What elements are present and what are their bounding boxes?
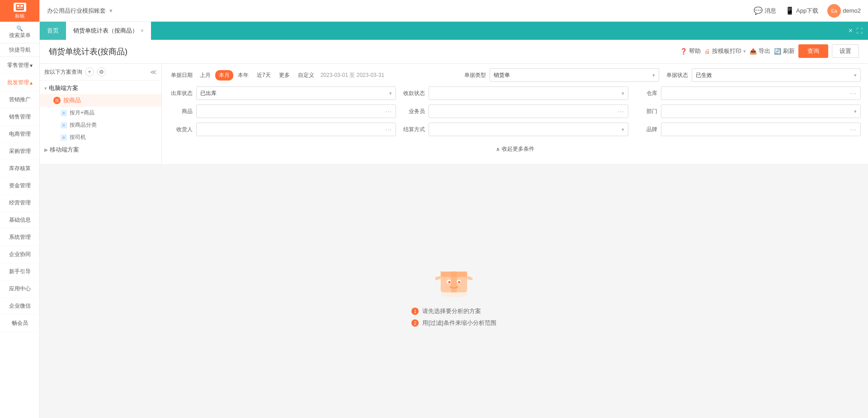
collection-control[interactable]: ▾ — [429, 86, 628, 100]
sidebar-item-ecommerce[interactable]: 电商管理 — [0, 126, 39, 143]
doctype-control[interactable]: 销货单 ▾ — [490, 68, 659, 82]
app-download-btn[interactable]: 📱 App下载 — [785, 6, 818, 15]
scheme-item-by-month-product[interactable]: ≡ 按月+商品 — [40, 107, 161, 119]
settlement-control[interactable]: ▾ — [429, 123, 628, 136]
print-label: 按模板打印 — [712, 47, 741, 55]
category-arrow-pc: ▾ — [44, 86, 47, 91]
filter-row-2: 出库状态 已出库 ▾ 收款状态 ▾ 仓库 — [169, 86, 861, 100]
scheme-item-by-driver[interactable]: ≡ 按司机 — [40, 131, 161, 143]
sidebar-item-retail[interactable]: 零售管理 ▾ — [0, 57, 39, 74]
brand-control[interactable]: ··· — [661, 123, 861, 136]
sidebar-item-wechat[interactable]: 企业微信 — [0, 298, 39, 315]
search-icon: 🔍 — [16, 25, 23, 32]
step-num-1: 1 — [411, 308, 419, 315]
scheme-category-pc[interactable]: ▾ 电脑端方案 — [40, 82, 161, 94]
export-icon: 📤 — [750, 48, 757, 55]
tab-bar: 首页 销货单统计表（按商品） × × ⛶ — [40, 22, 868, 40]
filter-panel: 单据日期 上月 本月 本年 近7天 更多 自定义 2023-03-01 至 20… — [162, 64, 868, 164]
docstatus-control[interactable]: 已生效 ▾ — [692, 68, 861, 82]
warehouse-label: 仓库 — [634, 90, 661, 97]
tab-bar-actions: × ⛶ — [843, 22, 868, 40]
department-arrow-icon: ▾ — [854, 109, 857, 114]
sidebar-item-marketing[interactable]: 营销推广 — [0, 91, 39, 109]
recipient-dots-icon: ··· — [385, 126, 392, 133]
filter-doctype-field: 单据类型 销货单 ▾ — [462, 68, 659, 82]
sidebar-item-wholesale[interactable]: 批发管理 ▴ — [0, 74, 39, 91]
message-icon: 💬 — [754, 6, 763, 15]
sidebar-item-inventory[interactable]: 库存核算 — [0, 160, 39, 177]
sidebar-item-member[interactable]: 畅会员 — [0, 315, 39, 332]
filter-row-1: 单据日期 上月 本月 本年 近7天 更多 自定义 2023-03-01 至 20… — [169, 68, 861, 82]
filter-recipient-field: 收货人 ··· — [169, 123, 396, 136]
sidebar-item-finance[interactable]: 资金管理 — [0, 177, 39, 195]
help-btn[interactable]: ❓ 帮助 — [680, 47, 701, 55]
tab-close-icon[interactable]: × — [141, 28, 144, 34]
recipient-control[interactable]: ··· — [196, 123, 396, 136]
date-tab-custom[interactable]: 自定义 — [294, 70, 318, 81]
close-tab-btn[interactable]: × — [849, 27, 853, 35]
outstatus-label: 出库状态 — [169, 90, 196, 97]
tab-home-label: 首页 — [47, 27, 59, 35]
scheme-item-by-category-label: 按商品分类 — [70, 121, 97, 129]
sidebar-item-appstore[interactable]: 应用中心 — [0, 280, 39, 298]
scheme-item-by-month-product-label: 按月+商品 — [70, 109, 94, 117]
scheme-settings-btn[interactable]: ⚙ — [97, 67, 106, 76]
scheme-category-mobile[interactable]: ▶ 移动端方案 — [40, 143, 161, 156]
tab-sales-stats[interactable]: 销货单统计表（按商品） × — [66, 22, 151, 40]
tab-home[interactable]: 首页 — [40, 22, 66, 40]
mobile-arrow: ▶ — [44, 147, 48, 153]
collapse-filter-btn[interactable]: ∧ 收起更多条件 — [496, 142, 534, 156]
brand-dots-icon: ··· — [850, 126, 857, 133]
scheme-add-btn[interactable]: + — [85, 67, 94, 76]
refresh-btn[interactable]: 🔄 刷新 — [774, 47, 795, 55]
date-tab-current-month[interactable]: 本月 — [215, 70, 233, 81]
refresh-label: 刷新 — [783, 47, 795, 55]
marketing-label: 营销推广 — [9, 96, 31, 104]
sidebar-quick-nav[interactable]: 快捷导航 — [0, 43, 39, 57]
date-tab-last-month[interactable]: 上月 — [196, 70, 214, 81]
sidebar: 标账 🔍 搜索菜单 快捷导航 零售管理 ▾ 批发管理 ▴ 营销推广 销售管理 电… — [0, 0, 40, 418]
svg-rect-14 — [451, 271, 457, 293]
filter-salesman-field: 业务员 ··· — [401, 104, 628, 118]
top-header-left: 办公用品行业模拟账套 ▾ — [47, 7, 113, 15]
empty-illustration — [431, 255, 476, 300]
sidebar-item-operations[interactable]: 经营管理 — [0, 195, 39, 212]
app-logo-text: 标账 — [15, 13, 25, 19]
title-dropdown-icon[interactable]: ▾ — [109, 7, 113, 14]
salesman-control[interactable]: ··· — [429, 104, 628, 118]
scheme-item-by-product[interactable]: 按 按商品 — [40, 94, 161, 107]
print-btn[interactable]: 🖨 按模板打印 ▾ — [704, 47, 746, 55]
query-button[interactable]: 查询 — [798, 44, 828, 58]
message-btn[interactable]: 💬 消息 — [754, 6, 776, 15]
date-tab-more[interactable]: 更多 — [275, 70, 293, 81]
user-avatar: Ea — [827, 4, 841, 18]
category-icon: ≡ — [61, 122, 67, 128]
sidebar-item-sales[interactable]: 销售管理 — [0, 109, 39, 126]
sidebar-search[interactable]: 🔍 搜索菜单 — [0, 22, 39, 43]
department-control[interactable]: ▾ — [661, 104, 861, 118]
empty-state: 1 请先选择要分析的方案 2 用[过滤]条件来缩小分析范围 — [40, 164, 868, 418]
settings-button[interactable]: 设置 — [832, 44, 859, 58]
page-content: 销货单统计表(按商品) ❓ 帮助 🖨 按模板打印 ▾ 📤 导出 🔄 刷新 — [40, 40, 868, 418]
basics-label: 基础信息 — [9, 216, 31, 224]
sidebar-item-enterprise[interactable]: 企业协同 — [0, 246, 39, 263]
filter-warehouse-field: 仓库 ··· — [634, 86, 861, 100]
sidebar-item-newbie[interactable]: 新手引导 — [0, 263, 39, 280]
scheme-item-by-category[interactable]: ≡ 按商品分类 — [40, 119, 161, 131]
sidebar-item-purchase[interactable]: 采购管理 — [0, 143, 39, 160]
product-control[interactable]: ··· — [196, 104, 396, 118]
sidebar-item-system[interactable]: 系统管理 — [0, 229, 39, 246]
outstatus-control[interactable]: 已出库 ▾ — [196, 86, 396, 100]
sidebar-item-basics[interactable]: 基础信息 — [0, 212, 39, 229]
user-avatar-btn[interactable]: Ea demo2 — [827, 4, 861, 18]
date-tab-current-year[interactable]: 本年 — [234, 70, 252, 81]
date-tab-7days[interactable]: 近7天 — [253, 70, 274, 81]
enterprise-label: 企业协同 — [9, 251, 31, 258]
empty-text: 1 请先选择要分析的方案 2 用[过滤]条件来缩小分析范围 — [411, 307, 496, 327]
date-filter: 上月 本月 本年 近7天 更多 自定义 2023-03-01 至 2023-03… — [196, 70, 457, 81]
scheme-collapse-btn[interactable]: ≪ — [150, 68, 157, 76]
export-btn[interactable]: 📤 导出 — [750, 47, 770, 55]
warehouse-control[interactable]: ··· — [661, 86, 861, 100]
collapse-up-icon: ∧ — [496, 146, 500, 152]
maximize-tab-btn[interactable]: ⛶ — [856, 27, 863, 34]
